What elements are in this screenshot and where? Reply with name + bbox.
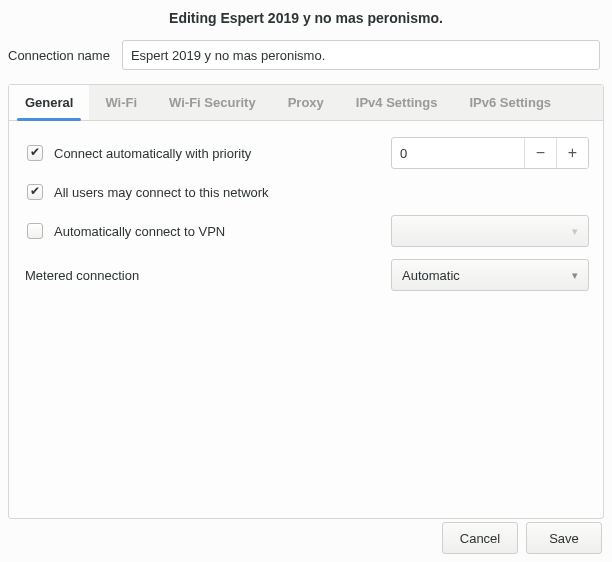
plus-icon: + (568, 144, 577, 162)
connect-auto-label: Connect automatically with priority (54, 146, 251, 161)
tab-ipv6-settings[interactable]: IPv6 Settings (453, 85, 567, 120)
tab-proxy[interactable]: Proxy (272, 85, 340, 120)
connection-name-input[interactable] (122, 40, 600, 70)
connect-auto-checkbox[interactable] (27, 145, 43, 161)
tab-wifi[interactable]: Wi-Fi (89, 85, 153, 120)
auto-vpn-row[interactable]: Automatically connect to VPN (23, 220, 377, 242)
chevron-down-icon: ▾ (572, 269, 578, 282)
connection-name-row: Connection name (0, 36, 612, 80)
all-users-row[interactable]: All users may connect to this network (23, 181, 589, 203)
all-users-label: All users may connect to this network (54, 185, 269, 200)
save-button[interactable]: Save (526, 522, 602, 554)
auto-vpn-label: Automatically connect to VPN (54, 224, 225, 239)
window-title: Editing Espert 2019 y no mas peronismo. (0, 0, 612, 36)
metered-combo[interactable]: Automatic ▾ (391, 259, 589, 291)
tab-content-general: Connect automatically with priority − + … (9, 121, 603, 518)
priority-spin-value[interactable] (392, 138, 524, 168)
cancel-button[interactable]: Cancel (442, 522, 518, 554)
priority-spin-decrement[interactable]: − (524, 138, 556, 168)
tab-bar: General Wi-Fi Wi-Fi Security Proxy IPv4 … (9, 85, 603, 121)
metered-label: Metered connection (23, 268, 377, 283)
dialog-footer: Cancel Save (442, 522, 602, 554)
all-users-checkbox[interactable] (27, 184, 43, 200)
connect-auto-row[interactable]: Connect automatically with priority (23, 142, 377, 164)
settings-notebook: General Wi-Fi Wi-Fi Security Proxy IPv4 … (8, 84, 604, 519)
priority-spin-increment[interactable]: + (556, 138, 588, 168)
chevron-down-icon: ▾ (572, 225, 578, 238)
auto-vpn-combo: ▾ (391, 215, 589, 247)
priority-spin[interactable]: − + (391, 137, 589, 169)
connection-name-label: Connection name (6, 48, 122, 63)
minus-icon: − (536, 144, 545, 162)
tab-general[interactable]: General (9, 85, 89, 120)
tab-ipv4-settings[interactable]: IPv4 Settings (340, 85, 454, 120)
metered-combo-value: Automatic (402, 268, 460, 283)
auto-vpn-checkbox[interactable] (27, 223, 43, 239)
tab-wifi-security[interactable]: Wi-Fi Security (153, 85, 272, 120)
